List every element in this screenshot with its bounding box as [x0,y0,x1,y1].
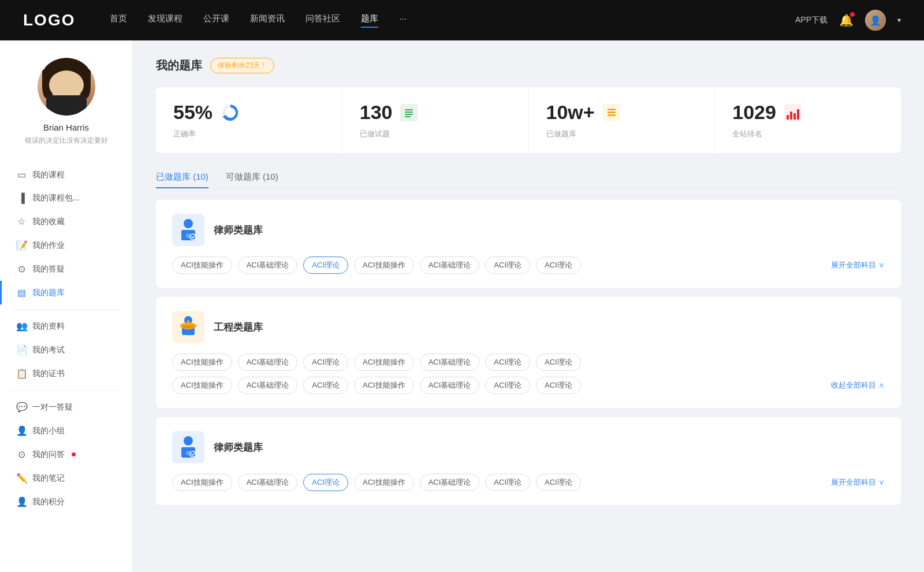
sidebar-menu: ▭ 我的课程 ▐ 我的课程包... ☆ 我的收藏 📝 我的作业 ⊙ 我的答疑 ▤ [0,163,132,514]
svg-rect-6 [608,109,616,110]
nav-item-news[interactable]: 新闻资讯 [250,13,285,28]
tag-2-0-3[interactable]: ACI技能操作 [354,354,414,371]
stat-accuracy-top: 55% [173,101,325,124]
tag-2-1-4[interactable]: ACI基础理论 [420,377,480,394]
nav-app-download[interactable]: APP下载 [795,15,828,25]
sidebar-item-exam-bank[interactable]: ▤ 我的题库 [0,281,132,304]
tag-2-0-5[interactable]: ACI理论 [485,354,530,371]
sidebar-item-course-package[interactable]: ▐ 我的课程包... [0,187,132,210]
qa-icon: ⊙ [16,263,27,274]
tag-1-0[interactable]: ACI技能操作 [172,257,232,274]
tag-2-1-6[interactable]: ACI理论 [536,377,581,394]
tag-3-6[interactable]: ACI理论 [536,474,581,491]
tag-2-0-0[interactable]: ACI技能操作 [172,354,232,371]
tag-2-0-2[interactable]: ACI理论 [303,354,348,371]
bank-tabs: 已做题库 (10) 可做题库 (10) [156,167,901,188]
tab-available[interactable]: 可做题库 (10) [226,167,278,188]
sidebar-item-homework[interactable]: 📝 我的作业 [0,233,132,257]
tag-2-1-5[interactable]: ACI理论 [485,377,530,394]
layout: Brian Harris 错误的决定比没有决定要好 ▭ 我的课程 ▐ 我的课程包… [0,0,924,572]
sidebar-motto: 错误的决定比没有决定要好 [25,136,108,146]
bank-icon-1 [172,214,204,246]
nav-item-open[interactable]: 公开课 [203,13,229,28]
sidebar-item-tutor[interactable]: 💬 一对一答疑 [0,395,132,419]
tutor-icon: 💬 [16,402,27,413]
svg-point-9 [184,219,193,228]
nav-chevron-icon[interactable]: ▾ [897,16,901,24]
sidebar-item-label: 我的答疑 [32,264,65,274]
sidebar-profile: Brian Harris 错误的决定比没有决定要好 [0,58,132,157]
tag-1-2[interactable]: ACI理论 [303,257,348,274]
bank-card-3-header: 律师类题库 [172,431,885,463]
tag-3-3[interactable]: ACI技能操作 [354,474,414,491]
nav-item-home[interactable]: 首页 [110,13,127,28]
nav-item-courses[interactable]: 发现课程 [148,13,182,28]
nav-avatar[interactable]: 👤 [865,10,886,31]
sidebar-username: Brian Harris [43,122,89,132]
svg-point-21 [190,451,196,457]
bank-card-3: 律师类题库 ACI技能操作 ACI基础理论 ACI理论 ACI技能操作 ACI基… [156,417,901,505]
course-package-icon: ▐ [16,193,27,203]
stat-done-banks-value: 10w+ [546,101,595,124]
tag-2-1-2[interactable]: ACI理论 [303,377,348,394]
tag-1-6[interactable]: ACI理论 [536,257,581,274]
tag-2-1-3[interactable]: ACI技能操作 [354,377,414,394]
sidebar-item-group[interactable]: 👤 我的小组 [0,419,132,443]
stat-done-banks-label: 已做题库 [546,129,576,138]
sidebar-item-points[interactable]: 👤 我的积分 [0,490,132,514]
nav-bell-button[interactable]: 🔔 [839,13,854,27]
bank-card-1-header: 律师类题库 [172,214,885,246]
bar-red-icon [784,104,802,121]
sidebar-item-favorites[interactable]: ☆ 我的收藏 [0,210,132,233]
tag-2-0-1[interactable]: ACI基础理论 [238,354,298,371]
tag-1-5[interactable]: ACI理论 [485,257,530,274]
svg-rect-5 [405,116,411,117]
tab-done[interactable]: 已做题库 (10) [156,167,208,188]
stat-done-questions: 130 已做试题 [342,87,529,153]
sidebar-item-label: 我的笔记 [32,473,65,484]
sidebar-item-label: 我的题库 [32,288,65,298]
sidebar-item-label: 我的小组 [32,426,65,436]
svg-rect-17 [187,320,189,326]
tag-1-3[interactable]: ACI技能操作 [354,257,414,274]
sidebar-item-label: 我的积分 [32,497,65,507]
sidebar-item-certificate[interactable]: 📋 我的证书 [0,362,132,385]
stat-ranking-value: 1029 [732,101,776,124]
sidebar-item-label: 我的收藏 [32,217,65,227]
star-icon: ☆ [16,216,27,227]
stat-accuracy-label: 正确率 [173,129,196,138]
sidebar-item-my-qa[interactable]: ⊙ 我的问答 [0,443,132,466]
tag-3-5[interactable]: ACI理论 [485,474,530,491]
nav-item-qa[interactable]: 问答社区 [305,13,340,28]
expand-link-1[interactable]: 展开全部科目 ∨ [831,260,885,270]
main-content: 我的题库 体验剩余23天！ 55% 正确 [133,40,924,572]
tag-1-1[interactable]: ACI基础理论 [238,257,298,274]
bank-icon-2 [172,311,204,343]
profile-icon: 👥 [16,321,27,332]
tag-1-4[interactable]: ACI基础理论 [420,257,480,274]
sidebar-divider-2 [12,390,121,391]
expand-link-3[interactable]: 展开全部科目 ∨ [831,477,885,488]
tag-3-1[interactable]: ACI基础理论 [238,474,298,491]
bank-card-2-header: 工程类题库 [172,311,885,343]
tag-2-1-0[interactable]: ACI技能操作 [172,377,232,394]
svg-rect-3 [405,112,413,113]
stat-done-questions-value: 130 [360,101,393,124]
tag-3-0[interactable]: ACI技能操作 [172,474,232,491]
sidebar-item-profile[interactable]: 👥 我的资料 [0,314,132,338]
tag-2-1-1[interactable]: ACI基础理论 [238,377,298,394]
sidebar-item-courses[interactable]: ▭ 我的课程 [0,163,132,187]
sidebar-item-notes[interactable]: ✏️ 我的笔记 [0,466,132,490]
sidebar-item-qa[interactable]: ⊙ 我的答疑 [0,257,132,281]
collapse-link-2[interactable]: 收起全部科目 ∧ [831,380,885,391]
tag-3-4[interactable]: ACI基础理论 [420,474,480,491]
avatar [38,58,95,116]
tag-2-0-6[interactable]: ACI理论 [536,354,581,371]
nav-item-exam[interactable]: 题库 [361,13,378,28]
list-yellow-icon [603,104,620,121]
sidebar-item-exam[interactable]: 📄 我的考试 [0,338,132,362]
tag-2-0-4[interactable]: ACI基础理论 [420,354,480,371]
stat-ranking: 1029 全站排名 [715,87,901,153]
nav-item-more[interactable]: ··· [399,13,407,28]
tag-3-2[interactable]: ACI理论 [303,474,348,491]
